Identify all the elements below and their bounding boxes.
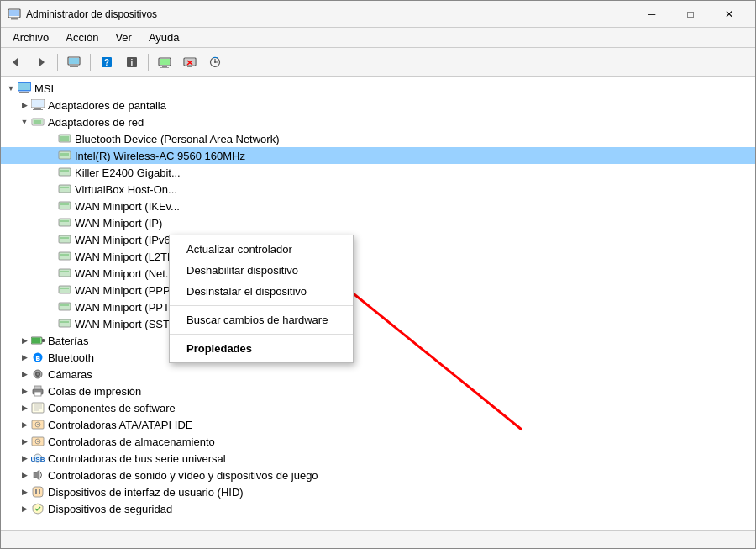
label-almacenamiento: Controladoras de almacenamiento <box>48 436 215 448</box>
menu-ver[interactable]: Ver <box>107 29 140 45</box>
tree-item-seguridad[interactable]: ▶ Dispositivos de seguridad <box>1 500 755 517</box>
svg-rect-51 <box>59 235 71 243</box>
close-button[interactable]: ✕ <box>710 1 748 28</box>
label-intel-wireless: Intel(R) Wireless-AC 9560 160MHz <box>75 150 245 162</box>
svg-rect-61 <box>59 319 71 327</box>
ctx-propiedades[interactable]: Propiedades <box>170 338 353 359</box>
svg-rect-90 <box>39 489 40 494</box>
update-button[interactable] <box>203 51 227 73</box>
tree-item-wan-ikev2[interactable]: ▶ WAN Miniport (IKEv... <box>1 198 755 214</box>
tree-item-bus[interactable]: ▶ USB Controladoras de bus serie univers… <box>1 450 755 467</box>
tree-item-colas[interactable]: ▶ Colas de impresión <box>1 383 755 399</box>
tree-item-adaptadores-pantalla[interactable]: ▶ Adaptadores de pantalla <box>1 97 755 113</box>
label-wan-ipv6: WAN Miniport (IPv6) <box>75 234 174 246</box>
tree-item-intel-wireless[interactable]: ▶ Intel(R) Wireless-AC 9560 160MHz <box>1 147 755 164</box>
menu-archivo[interactable]: Archivo <box>4 29 57 45</box>
expand-sonido[interactable]: ▶ <box>18 468 31 482</box>
tree-item-componentes[interactable]: ▶ Componentes de software <box>1 399 755 416</box>
label-wan-l2t: WAN Miniport (L2TP) <box>75 251 178 263</box>
svg-point-70 <box>37 373 39 376</box>
svg-rect-8 <box>70 66 78 67</box>
tree-item-adaptadores-red[interactable]: ▼ Adaptadores de red <box>1 113 755 130</box>
expand-baterias[interactable]: ▶ <box>18 334 31 347</box>
minimize-button[interactable]: ─ <box>633 1 671 28</box>
window-icon <box>8 8 21 21</box>
svg-rect-72 <box>34 386 41 389</box>
label-wan-ip: WAN Miniport (IP) <box>75 217 162 230</box>
expand-colas[interactable]: ▶ <box>18 384 31 398</box>
svg-rect-1 <box>11 18 18 20</box>
tree-item-almacenamiento[interactable]: ▶ Controladoras de almacenamiento <box>1 433 755 450</box>
tree-item-wan-sstp[interactable]: ▶ WAN Miniport (SSTP) <box>1 315 755 332</box>
tree-item-wan-network-monitor[interactable]: ▶ WAN Miniport (Net... Monitor) <box>1 265 755 282</box>
expand-hid[interactable]: ▶ <box>18 485 31 499</box>
svg-rect-36 <box>59 135 71 142</box>
help-button[interactable]: ? <box>95 51 118 73</box>
device-tree[interactable]: ▼ MSI ▶ <box>1 77 755 530</box>
toolbar-separator-1 <box>57 54 58 71</box>
ctx-buscar[interactable]: Buscar cambios de hardware <box>170 309 353 330</box>
info-button[interactable]: i <box>120 51 144 73</box>
tree-item-killer[interactable]: ▶ Killer E2400 Gigabit... <box>1 164 755 181</box>
menu-ayuda[interactable]: Ayuda <box>140 29 188 45</box>
expand-red[interactable]: ▼ <box>18 115 31 129</box>
hid-icon <box>31 485 45 499</box>
camera-icon <box>31 367 45 381</box>
tree-item-hid[interactable]: ▶ Dispositivos de interfaz de usuario (H… <box>1 483 755 500</box>
label-hid: Dispositivos de interfaz de usuario (HID… <box>48 486 244 499</box>
menu-accion[interactable]: Acción <box>57 29 107 45</box>
root-expander[interactable]: ▼ <box>4 82 18 95</box>
ctx-actualizar[interactable]: Actualizar controlador <box>170 239 353 260</box>
tree-item-wan-pptp[interactable]: ▶ WAN Miniport (PPTP) <box>1 298 755 315</box>
label-bus: Controladoras de bus serie universal <box>48 452 226 465</box>
status-bar <box>1 530 755 548</box>
remove-button[interactable] <box>178 51 202 73</box>
disk-icon-1 <box>31 418 45 431</box>
root-label: MSI <box>34 82 54 95</box>
svg-text:ʙ: ʙ <box>35 353 40 362</box>
expand-bluetooth[interactable]: ▶ <box>18 351 31 364</box>
svg-rect-49 <box>59 219 71 226</box>
tree-item-virtualbox[interactable]: ▶ VirtualBox Host-On... <box>1 181 755 198</box>
expand-almacenamiento[interactable]: ▶ <box>18 435 31 448</box>
tree-item-camaras[interactable]: ▶ Cámaras <box>1 366 755 383</box>
net-card-icon-11 <box>58 300 71 314</box>
disk-icon-2 <box>31 435 45 448</box>
tree-item-wan-ipv6[interactable]: ▶ WAN Miniport (IPv6) <box>1 231 755 248</box>
tree-item-atapi[interactable]: ▶ Controladoras ATA/ATAPI IDE <box>1 416 755 433</box>
ctx-desinstalar[interactable]: Desinstalar el dispositivo <box>170 281 353 302</box>
ctx-deshabilitar[interactable]: Deshabilitar dispositivo <box>170 260 353 281</box>
svg-rect-74 <box>32 403 44 413</box>
svg-text:USB: USB <box>31 456 45 463</box>
expand-atapi[interactable]: ▶ <box>18 418 31 431</box>
expand-bus[interactable]: ▶ <box>18 451 31 465</box>
svg-rect-2 <box>9 10 19 16</box>
scan-button[interactable] <box>153 51 176 73</box>
tree-item-sonido[interactable]: ▶ Controladoras de sonido y vídeo y disp… <box>1 467 755 483</box>
svg-rect-43 <box>59 168 71 176</box>
svg-rect-19 <box>187 66 192 67</box>
tree-item-wan-ip[interactable]: ▶ WAN Miniport (IP) <box>1 214 755 231</box>
main-content: ▼ MSI ▶ <box>1 77 755 530</box>
label-adaptadores-pantalla: Adaptadores de pantalla <box>48 99 166 112</box>
expand-seguridad[interactable]: ▶ <box>18 502 31 515</box>
svg-point-23 <box>214 61 216 63</box>
tree-item-bt-device[interactable]: ▶ Bluetooth Device (Personal Area Networ… <box>1 130 755 147</box>
tree-item-wan-l2t[interactable]: ▶ WAN Miniport (L2TP) <box>1 248 755 265</box>
security-icon <box>31 502 45 515</box>
tree-item-wan-pppoe[interactable]: ▶ WAN Miniport (PPPOE) <box>1 282 755 298</box>
expand-pantalla[interactable]: ▶ <box>18 98 31 112</box>
net-card-icon-7 <box>58 233 71 246</box>
tree-root[interactable]: ▼ MSI <box>1 80 755 97</box>
tree-item-baterias[interactable]: ▶ Baterías <box>1 332 755 349</box>
expand-componentes[interactable]: ▶ <box>18 401 31 414</box>
maximize-button[interactable]: □ <box>671 1 710 28</box>
computer-button[interactable] <box>62 51 86 73</box>
forward-button[interactable] <box>29 51 53 73</box>
label-wan-sstp: WAN Miniport (SSTP) <box>75 318 181 330</box>
back-button[interactable] <box>4 51 28 73</box>
svg-rect-59 <box>59 303 71 310</box>
tree-item-bluetooth[interactable]: ▶ ʙ Bluetooth <box>1 349 755 366</box>
expand-camaras[interactable]: ▶ <box>18 367 31 381</box>
svg-marker-87 <box>34 470 39 480</box>
